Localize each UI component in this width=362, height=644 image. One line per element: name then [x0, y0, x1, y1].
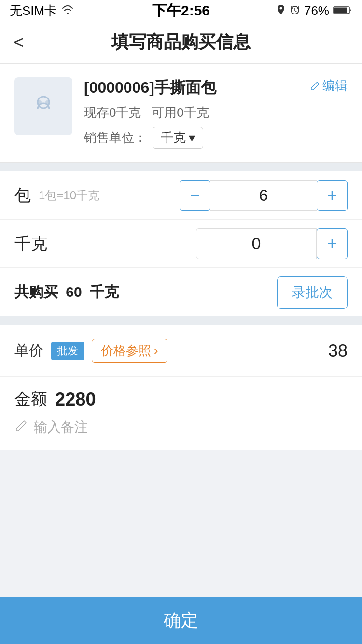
product-name: [0000006]手撕面包	[84, 77, 310, 98]
amount-row: 金额 2280	[14, 388, 348, 410]
total-text: 共购买 60 千克	[14, 282, 277, 302]
kg-row: 千克 +	[0, 220, 362, 268]
status-left: 无SIM卡	[10, 2, 74, 19]
bottom-space	[0, 450, 362, 614]
confirm-button[interactable]: 确定	[164, 609, 198, 632]
pencil-icon	[14, 419, 28, 436]
back-button[interactable]: <	[14, 32, 24, 53]
amount-label: 金额	[14, 388, 47, 410]
wifi-icon	[61, 3, 74, 18]
status-time: 下午2:56	[152, 1, 210, 21]
battery-level: 76%	[304, 3, 329, 18]
amount-section: 金额 2280 输入备注	[0, 376, 362, 450]
price-reference-button[interactable]: 价格参照 ›	[92, 339, 167, 363]
alarm-icon	[290, 3, 300, 18]
battery-icon	[333, 3, 352, 18]
kg-input[interactable]	[196, 228, 317, 259]
package-plus-button[interactable]: +	[317, 180, 348, 211]
product-stock: 现存0千克 可用0千克	[84, 104, 348, 121]
edit-button[interactable]: 编辑	[310, 77, 348, 94]
section-divider-1	[0, 163, 362, 171]
unit-select[interactable]: 千克 ▾	[153, 127, 203, 149]
dropdown-icon: ▾	[189, 130, 195, 145]
location-icon	[276, 3, 286, 18]
carrier-text: 无SIM卡	[10, 2, 57, 19]
product-unit-row: 销售单位： 千克 ▾	[84, 127, 348, 149]
kg-controls: +	[196, 228, 348, 259]
confirm-bar[interactable]: 确定	[0, 597, 362, 644]
package-row: 包 1包=10千克 − +	[0, 171, 362, 220]
price-label: 单价	[14, 341, 43, 361]
package-input[interactable]	[210, 180, 317, 211]
price-row: 单价 批发 价格参照 › 38	[14, 339, 348, 363]
status-bar: 无SIM卡 下午2:56 76%	[0, 0, 362, 21]
remark-row[interactable]: 输入备注	[14, 418, 348, 436]
price-tag: 批发	[51, 342, 84, 360]
svg-rect-2	[334, 7, 347, 13]
page-title: 填写商品购买信息	[111, 30, 251, 54]
package-controls: − +	[180, 180, 348, 211]
nav-bar: < 填写商品购买信息	[0, 21, 362, 64]
chevron-right-icon: ›	[154, 343, 158, 358]
amount-value: 2280	[55, 389, 96, 410]
price-value: 38	[175, 341, 348, 361]
batch-button[interactable]: 录批次	[277, 276, 348, 309]
status-right: 76%	[276, 3, 352, 18]
quantity-section: 包 1包=10千克 − + 千克 +	[0, 171, 362, 268]
kg-plus-button[interactable]: +	[317, 228, 348, 259]
kg-label: 千克	[14, 233, 47, 255]
remark-placeholder: 输入备注	[34, 418, 88, 436]
product-image	[14, 77, 72, 135]
product-info: [0000006]手撕面包 编辑 现存0千克 可用0千克 销售单位： 千克 ▾	[84, 77, 348, 149]
price-section: 单价 批发 价格参照 › 38	[0, 325, 362, 376]
total-row: 共购买 60 千克 录批次	[0, 268, 362, 316]
package-label: 包	[14, 184, 31, 207]
package-hint: 1包=10千克	[39, 188, 180, 203]
section-divider-2	[0, 316, 362, 325]
package-minus-button[interactable]: −	[180, 180, 210, 211]
product-card: [0000006]手撕面包 编辑 现存0千克 可用0千克 销售单位： 千克 ▾	[0, 64, 362, 163]
